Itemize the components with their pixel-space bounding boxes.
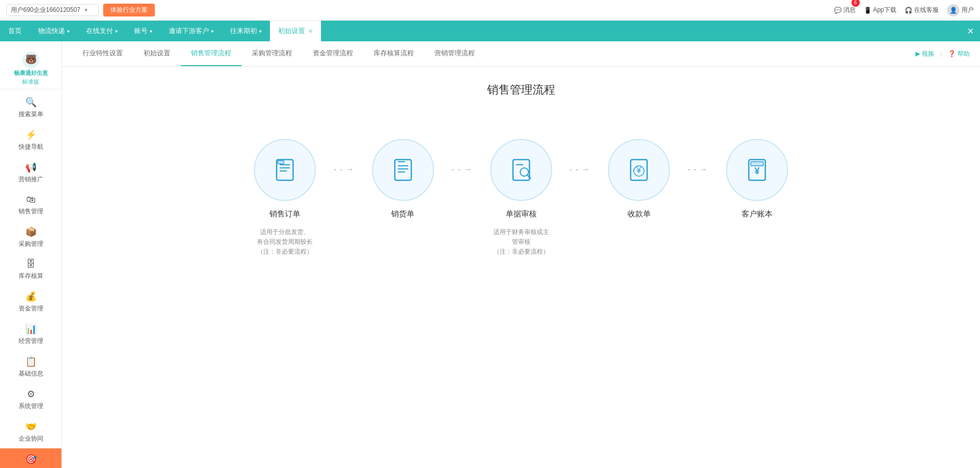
sidebar-item-inventory[interactable]: 🗄 库存核算 <box>0 254 61 286</box>
flow-arrow-1: - - → <box>331 165 357 174</box>
sidebar-item-operations[interactable]: 📊 经营管理 <box>0 318 61 351</box>
flow-node-title: 销货单 <box>391 209 414 219</box>
flow-node-circle <box>254 139 316 201</box>
svg-rect-20 <box>751 162 763 166</box>
sub-tabs: 行业特性设置初始设置销售管理流程采购管理流程资金管理流程库存核算流程营销管理流程 <box>72 41 485 66</box>
nav-tabs-container: 首页物流快递▾在线支付▾账号▾邀请下游客户▾往来期初▾初始设置✕ <box>0 21 980 41</box>
user-avatar-button[interactable]: 👤 用户 <box>947 4 974 17</box>
sidebar-item-label: 快捷导航 <box>19 143 43 151</box>
top-bar-right: 💬 6 消息 📱 App下载 🎧 在线客服 👤 用户 <box>834 4 974 17</box>
chevron-down-icon: ▼ <box>84 7 89 13</box>
logo-title: 畅康通好生意 <box>14 69 48 77</box>
flow-arrow-2: - - → <box>449 165 475 174</box>
chevron-down-icon: ▾ <box>115 28 118 34</box>
help-icon: ❓ <box>948 50 956 57</box>
nav-tab-initial[interactable]: 初始设置✕ <box>270 21 321 41</box>
help-action[interactable]: ❓ 帮助 <box>948 50 970 58</box>
sidebar-item-marketing_promo[interactable]: 📢 营销推广 <box>0 157 61 189</box>
content-area: 行业特性设置初始设置销售管理流程采购管理流程资金管理流程库存核算流程营销管理流程… <box>62 41 980 468</box>
divider: | <box>940 50 942 57</box>
logo-icon: 🐻 <box>22 51 40 69</box>
app-download-button[interactable]: 📱 App下载 <box>864 6 896 14</box>
top-bar-left: 用户690企业1660120507 ▼ 体验行业方案 <box>6 4 155 17</box>
main-layout: 🐻 畅康通好生意 标准版 🔍 搜索菜单 ⚡ 快捷导航 📢 营销推广 🛍 销售管理… <box>0 41 980 468</box>
sidebar-search[interactable]: 🔍 搜索菜单 <box>0 91 61 124</box>
sidebar-item-label: 企业协同 <box>19 434 43 443</box>
flow-node-desc: 适用于财务审核或主管审核（注：非必要流程） <box>493 227 549 257</box>
nav-tab-logistics[interactable]: 物流快递▾ <box>30 21 78 41</box>
nav-tab-label: 账号 <box>134 26 148 36</box>
arrow-icon: - - → <box>570 165 591 174</box>
nav-tab-invite[interactable]: 邀请下游客户▾ <box>160 21 222 41</box>
video-label: 视频 <box>922 50 934 58</box>
flow-node-doc_review[interactable]: 单据审核 适用于财务审核或主管审核（注：非必要流程） <box>475 139 568 257</box>
sidebar-item-guide[interactable]: 🎯 新手引导 <box>0 448 61 468</box>
flow-node-circle <box>490 139 552 201</box>
search-icon: 🔍 <box>25 97 37 108</box>
basic_info-icon: 📋 <box>25 356 37 367</box>
sidebar-item-label: 系统管理 <box>19 402 43 411</box>
user-selector[interactable]: 用户690企业1660120507 ▼ <box>6 4 99 16</box>
sub-tab-marketing_flow[interactable]: 营销管理流程 <box>424 41 485 66</box>
sidebar-item-sales[interactable]: 🛍 销售管理 <box>0 189 61 221</box>
flow-arrow-3: - - → <box>568 165 593 174</box>
nav-tab-label: 往来期初 <box>230 26 257 36</box>
flow-diagram: 销售订单 适用于分批发货、有合同发货周期较长（注：非必要流程） - - → 销货… <box>83 129 959 268</box>
logo-subtitle: 标准版 <box>22 78 39 86</box>
nav-tabs-bar: 首页物流快递▾在线支付▾账号▾邀请下游客户▾往来期初▾初始设置✕ ✕ <box>0 21 980 41</box>
nav-tab-home[interactable]: 首页 <box>0 21 30 41</box>
nav-tab-label: 初始设置 <box>278 26 305 36</box>
sidebar: 🐻 畅康通好生意 标准版 🔍 搜索菜单 ⚡ 快捷导航 📢 营销推广 🛍 销售管理… <box>0 41 62 468</box>
nav-tab-period[interactable]: 往来期初▾ <box>222 21 270 41</box>
close-tab-icon[interactable]: ✕ <box>308 28 313 35</box>
arrow-icon: - - → <box>452 165 473 174</box>
flow-node-sales_order[interactable]: 销售订单 适用于分批发货、有合同发货周期较长（注：非必要流程） <box>238 139 331 257</box>
sidebar-item-finance[interactable]: 💰 资金管理 <box>0 286 61 318</box>
close-all-tabs-button[interactable]: ✕ <box>961 21 980 41</box>
nav-tab-label: 邀请下游客户 <box>169 26 209 36</box>
chevron-down-icon: ▾ <box>259 28 262 34</box>
sidebar-item-label: 资金管理 <box>19 304 43 313</box>
sidebar-item-shortcut[interactable]: ⚡ 快捷导航 <box>0 124 61 157</box>
sidebar-item-enterprise_coop[interactable]: 🤝 企业协同 <box>0 416 61 448</box>
sidebar-item-system[interactable]: ⚙ 系统管理 <box>0 383 61 416</box>
guide-icon: 🎯 <box>25 454 37 465</box>
svg-rect-6 <box>278 161 284 164</box>
flow-node-sales_invoice[interactable]: 销货单 <box>357 139 449 219</box>
sub-tab-bar: 行业特性设置初始设置销售管理流程采购管理流程资金管理流程库存核算流程营销管理流程… <box>62 41 980 67</box>
flow-node-circle: ¥ <box>726 139 788 201</box>
app-icon: 📱 <box>864 7 872 14</box>
sidebar-item-basic_info[interactable]: 📋 基础信息 <box>0 351 61 383</box>
trial-button[interactable]: 体验行业方案 <box>103 4 155 17</box>
sub-tab-finance_flow[interactable]: 资金管理流程 <box>302 41 363 66</box>
video-action[interactable]: ▶ 视频 <box>915 50 934 58</box>
sub-tab-actions: ▶ 视频 | ❓ 帮助 <box>915 50 970 58</box>
nav-tab-payment[interactable]: 在线支付▾ <box>78 21 126 41</box>
sidebar-search-label: 搜索菜单 <box>19 110 43 119</box>
message-button[interactable]: 💬 6 消息 <box>834 6 856 14</box>
flow-node-title: 收款单 <box>628 209 651 219</box>
sub-tab-purchase_flow[interactable]: 采购管理流程 <box>242 41 302 66</box>
flow-node-desc: 适用于分批发货、有合同发货周期较长（注：非必要流程） <box>257 227 313 257</box>
svg-text:🐻: 🐻 <box>25 54 37 65</box>
sales-icon: 🛍 <box>26 194 36 205</box>
sidebar-item-purchase[interactable]: 📦 采购管理 <box>0 221 61 254</box>
sidebar-logo: 🐻 畅康通好生意 标准版 <box>0 45 61 89</box>
flow-arrow-4: - - → <box>685 165 711 174</box>
flow-node-customer_ledger[interactable]: ¥ 客户账本 <box>711 139 804 219</box>
svg-text:¥: ¥ <box>636 166 641 175</box>
sidebar-item-label: 库存核算 <box>19 272 43 280</box>
online-service-button[interactable]: 🎧 在线客服 <box>905 6 939 14</box>
chevron-down-icon: ▾ <box>211 28 214 34</box>
sub-tab-initial_setup[interactable]: 初始设置 <box>133 41 181 66</box>
flow-node-title: 销售订单 <box>269 209 300 219</box>
sidebar-items: ⚡ 快捷导航 📢 营销推广 🛍 销售管理 📦 采购管理 🗄 库存核算 💰 资金管… <box>0 124 61 468</box>
sub-tab-inventory_flow[interactable]: 库存核算流程 <box>363 41 424 66</box>
sub-tab-industry[interactable]: 行业特性设置 <box>72 41 133 66</box>
chevron-down-icon: ▾ <box>67 28 70 34</box>
sub-tab-sales_flow[interactable]: 销售管理流程 <box>181 41 242 66</box>
page-content: 销售管理流程 销售订单 适用于分批发货、有合同发货周期较长（注：非必要流程） -… <box>62 67 980 468</box>
nav-tab-account[interactable]: 账号▾ <box>126 21 160 41</box>
user-selector-label: 用户690企业1660120507 <box>11 6 81 14</box>
flow-node-receipt[interactable]: ¥ 收款单 <box>592 139 685 219</box>
